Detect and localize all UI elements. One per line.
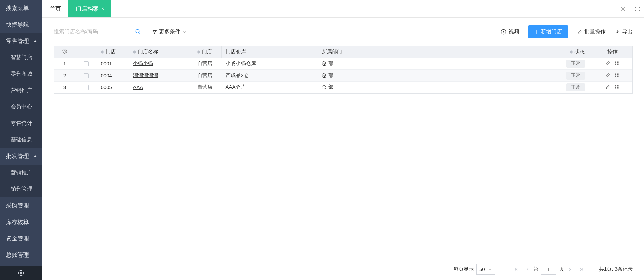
caret-up-icon [34,155,37,157]
page-input[interactable] [541,264,556,275]
sidebar-settings[interactable] [0,266,42,280]
chevron-down-icon [182,30,186,34]
col-status[interactable]: 状态 [496,46,592,58]
fullscreen-icon [635,6,640,12]
sidebar-item-retail-mall[interactable]: 零售商城 [0,66,42,82]
row-checkbox[interactable] [84,73,89,78]
search-box [54,26,141,38]
per-page-value: 50 [479,266,485,272]
export-label: 导出 [622,28,633,35]
sidebar-item-smart-store[interactable]: 智慧门店 [0,49,42,66]
more-row-button[interactable] [613,84,620,90]
more-row-button[interactable] [613,72,620,78]
row-checkbox[interactable] [84,61,89,66]
search-icon[interactable] [135,29,141,35]
table-row: 20004溜溜溜溜溜自营店产成品2仓总 部正常 [54,69,632,81]
svg-rect-17 [617,76,619,77]
svg-rect-14 [615,74,616,75]
sidebar-wholesale-mgmt[interactable]: 批发管理 [0,148,42,165]
row-type: 自营店 [193,81,222,93]
store-name-link[interactable]: 溜溜溜溜溜 [133,72,158,78]
page-body: 更多条件 视频 新增门店 批量操作 导出 [42,18,644,280]
row-warehouse: 小畅小畅仓库 [222,58,318,69]
store-name-link[interactable]: 小畅小畅 [133,60,153,66]
row-index: 2 [54,69,75,81]
video-label: 视频 [508,28,519,35]
tab-home[interactable]: 首页 [42,0,68,17]
sidebar-item-ws-sales[interactable]: 销售管理 [0,181,42,197]
per-page-select[interactable]: 50 [476,264,495,275]
more-filter-button[interactable]: 更多条件 [152,28,189,35]
sidebar-item-funds[interactable]: 资金管理 [0,230,42,247]
more-row-button[interactable] [613,60,620,66]
row-name: 溜溜溜溜溜 [129,69,193,81]
filter-icon [152,30,157,34]
status-badge: 正常 [566,72,585,80]
sidebar-retail-mgmt[interactable]: 零售管理 [0,33,42,49]
pagination-bar: 每页显示 50 第 页 共1页, 3条记录 [54,258,633,280]
col-ops: 操作 [592,46,632,58]
sidebar-item-basic-info[interactable]: 基础信息 [0,132,42,148]
row-type: 自营店 [193,69,222,81]
sidebar-item-retail-stats[interactable]: 零售统计 [0,115,42,132]
first-page-button[interactable] [512,265,521,274]
table-row: 30005AAA自营店AAA仓库总 部正常 [54,81,632,93]
video-button[interactable]: 视频 [501,28,519,35]
caret-up-icon [34,40,37,42]
col-name-label: 门店名称 [138,49,158,54]
tab-store-archive[interactable]: 门店档案 × [68,0,111,17]
add-store-button[interactable]: 新增门店 [528,25,568,38]
sidebar-item-inventory[interactable]: 库存核算 [0,214,42,230]
svg-point-0 [20,272,22,274]
row-status: 正常 [496,58,592,69]
status-badge: 正常 [566,83,585,91]
edit-icon [577,29,582,35]
tabstrip: 首页 门店档案 × [42,0,644,18]
row-type: 自营店 [193,58,222,69]
export-button[interactable]: 导出 [614,28,633,35]
close-icon[interactable]: × [101,6,104,11]
last-page-button[interactable] [577,265,586,274]
col-code[interactable]: 门店... [97,46,129,58]
plus-icon [534,30,539,34]
sidebar-item-marketing[interactable]: 营销推广 [0,82,42,99]
sidebar-item-ws-marketing[interactable]: 营销推广 [0,165,42,181]
row-code: 0004 [97,69,129,81]
row-status: 正常 [496,69,592,81]
row-index: 1 [54,58,75,69]
edit-row-button[interactable] [605,60,611,66]
sidebar-search-menu[interactable]: 搜索菜单 [0,0,42,16]
svg-rect-18 [615,85,616,87]
row-dept: 总 部 [318,58,496,69]
sidebar-item-purchase[interactable]: 采购管理 [0,197,42,214]
search-input[interactable] [54,29,135,35]
edit-row-button[interactable] [605,84,611,90]
col-warehouse: 门店仓库 [222,46,318,58]
store-name-link[interactable]: AAA [133,84,143,90]
col-name[interactable]: 门店名称 [129,46,193,58]
col-code-label: 门店... [106,49,120,54]
row-ops [592,69,632,81]
per-page-label: 每页显示 [453,266,474,272]
row-ops [592,58,632,69]
row-checkbox-cell [75,58,97,69]
row-checkbox-cell [75,69,97,81]
pagination-summary: 共1页, 3条记录 [599,266,633,272]
sidebar-quick-nav[interactable]: 快捷导航 [0,16,42,33]
prev-page-button[interactable] [523,265,532,274]
sidebar-item-member-center[interactable]: 会员中心 [0,99,42,115]
add-store-label: 新增门店 [541,28,562,35]
page-suffix: 页 [559,266,564,272]
gear-icon [18,270,24,276]
close-button[interactable] [616,0,630,18]
next-page-button[interactable] [566,265,574,274]
bulk-ops-button[interactable]: 批量操作 [577,28,606,35]
fullscreen-button[interactable] [630,0,644,18]
sidebar-item-ledger[interactable]: 总账管理 [0,247,42,263]
col-status-label: 状态 [575,49,585,54]
row-dept: 总 部 [318,69,496,81]
column-settings-button[interactable] [54,46,75,58]
row-checkbox[interactable] [84,85,89,90]
edit-row-button[interactable] [605,72,611,78]
col-type[interactable]: 门店... [193,46,222,58]
